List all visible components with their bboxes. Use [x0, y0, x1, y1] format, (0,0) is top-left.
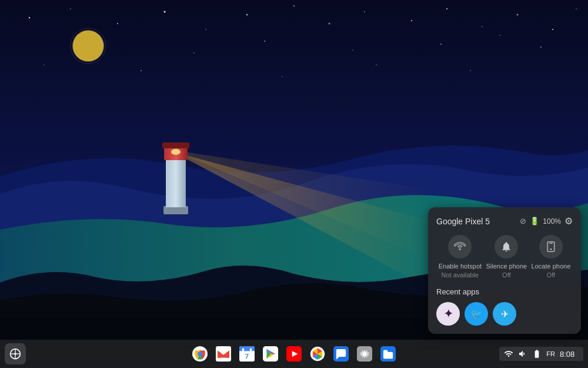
status-area[interactable]: FR 8:08	[499, 347, 583, 361]
svg-point-37	[171, 149, 181, 155]
svg-point-40	[550, 248, 552, 250]
svg-point-5	[205, 29, 206, 30]
hotspot-icon-circle	[448, 235, 472, 258]
recent-app-twitter[interactable]: 🐦	[465, 302, 488, 326]
svg-point-27	[470, 70, 471, 71]
battery-icon: 🔋	[530, 217, 539, 226]
battery-status-icon	[532, 349, 542, 359]
svg-point-26	[376, 64, 377, 65]
phone-panel: Google Pixel 5 ⊘ 🔋 100% ⚙ Enable hotspot…	[428, 207, 581, 334]
svg-rect-52	[239, 349, 255, 351]
svg-point-24	[141, 70, 142, 71]
hotspot-label: Enable hotspotNot available	[439, 262, 482, 279]
svg-point-7	[293, 5, 295, 6]
silence-label: Silence phoneOff	[486, 262, 527, 279]
svg-point-22	[540, 47, 542, 48]
locate-label: Locate phoneOff	[532, 262, 571, 279]
silence-icon-circle	[495, 235, 518, 258]
svg-rect-55	[250, 348, 252, 352]
svg-point-63	[363, 352, 367, 356]
svg-point-4	[164, 11, 166, 13]
locate-action[interactable]: Locate phoneOff	[532, 235, 571, 279]
recent-apps-list: ✦ 🐦 ✈	[436, 302, 573, 326]
svg-point-3	[117, 23, 118, 24]
taskbar-play[interactable]	[260, 343, 281, 364]
volume-icon	[518, 349, 527, 359]
svg-point-11	[446, 8, 447, 9]
svg-point-10	[411, 20, 412, 21]
svg-point-2	[70, 8, 71, 9]
svg-point-19	[352, 49, 353, 51]
taskbar-chrome[interactable]	[189, 343, 211, 364]
locate-icon-circle	[539, 235, 563, 258]
taskbar-files[interactable]	[377, 343, 399, 364]
recent-apps-title: Recent apps	[436, 287, 573, 296]
svg-point-14	[552, 29, 553, 30]
svg-rect-34	[166, 159, 186, 207]
settings-icon[interactable]: ⚙	[564, 216, 573, 227]
svg-point-21	[499, 35, 500, 36]
launcher-button[interactable]	[5, 343, 26, 364]
silence-action[interactable]: Silence phoneOff	[486, 235, 527, 279]
recent-app-slack[interactable]: ✦	[436, 302, 460, 326]
svg-point-38	[459, 248, 461, 250]
taskbar-left	[5, 343, 26, 364]
svg-point-12	[482, 26, 483, 27]
svg-point-1	[29, 17, 30, 18]
svg-text:7: 7	[245, 353, 249, 360]
recent-app-telegram[interactable]: ✈	[493, 302, 516, 326]
svg-point-9	[364, 11, 365, 12]
taskbar-calendar[interactable]: 7	[236, 343, 258, 364]
svg-point-20	[440, 44, 442, 45]
svg-point-8	[329, 23, 330, 25]
taskbar-center: 7	[189, 343, 399, 364]
taskbar: 7	[0, 340, 588, 368]
no-signal-icon: ⊘	[520, 217, 526, 226]
svg-point-6	[246, 14, 248, 15]
panel-header-icons: ⊘ 🔋 100% ⚙	[520, 216, 573, 227]
svg-rect-36	[162, 142, 189, 148]
panel-header: Google Pixel 5 ⊘ 🔋 100% ⚙	[436, 216, 573, 227]
taskbar-photos[interactable]	[307, 343, 328, 364]
svg-point-13	[517, 14, 519, 16]
svg-rect-54	[242, 348, 244, 352]
svg-point-18	[264, 41, 265, 42]
device-name: Google Pixel 5	[436, 217, 490, 226]
taskbar-settings[interactable]	[354, 343, 375, 364]
hotspot-action[interactable]: Enable hotspotNot available	[439, 235, 482, 279]
svg-point-15	[576, 8, 577, 9]
svg-point-25	[282, 76, 283, 77]
panel-actions: Enable hotspotNot available Silence phon…	[436, 235, 573, 279]
svg-point-23	[44, 64, 45, 65]
svg-point-48	[198, 352, 202, 356]
wifi-icon	[504, 349, 513, 359]
taskbar-right: FR 8:08	[499, 347, 583, 361]
taskbar-gmail[interactable]	[213, 343, 234, 364]
svg-point-17	[193, 52, 195, 54]
taskbar-youtube[interactable]	[283, 343, 305, 364]
svg-rect-33	[163, 206, 188, 214]
battery-percent: 100%	[543, 217, 561, 226]
clock: 8:08	[560, 350, 579, 359]
language-indicator: FR	[546, 350, 555, 357]
taskbar-messages[interactable]	[330, 343, 352, 364]
